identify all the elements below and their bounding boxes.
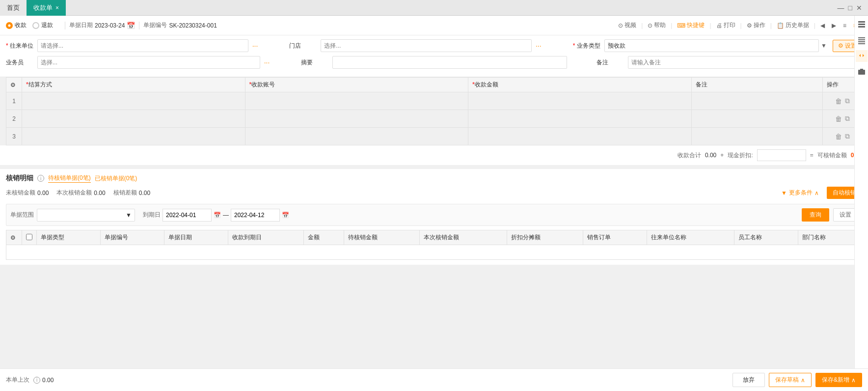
salesperson-more-btn[interactable]: ··· — [262, 58, 272, 66]
salesperson-input[interactable] — [37, 56, 260, 69]
footer-label: 本单上次 — [6, 376, 29, 384]
row1-settlement[interactable] — [22, 92, 245, 110]
row3-delete-icon[interactable]: 🗑 — [835, 133, 842, 140]
discount-input[interactable] — [757, 149, 806, 161]
save-draft-button[interactable]: 保存草稿 ∧ — [769, 373, 812, 387]
filter-date-field: 到期日 📅 — 📅 — [143, 209, 289, 222]
row3-account[interactable] — [245, 128, 468, 145]
sidebar-table-icon[interactable] — [856, 19, 868, 30]
svg-rect-9 — [860, 69, 863, 70]
abstract-input[interactable] — [332, 56, 567, 69]
action-list-view[interactable]: ≡ — [841, 21, 848, 30]
date-from-input[interactable] — [163, 209, 212, 222]
radio-refund[interactable]: 退款 — [32, 21, 53, 29]
row3-settlement[interactable] — [22, 128, 245, 145]
minimize-icon[interactable]: — — [838, 4, 844, 12]
business-type-select[interactable]: ▼ — [604, 39, 827, 52]
th-account-label: 收款账号 — [251, 81, 275, 88]
business-type-input[interactable] — [604, 39, 819, 52]
unchecked-label: 未核销金额 — [6, 189, 35, 197]
select-all-checkbox[interactable] — [26, 234, 32, 240]
gear-icon: ⚙ — [838, 42, 843, 49]
close-icon[interactable]: ✕ — [856, 4, 862, 12]
more-filter-btn[interactable]: ▼ 更多条件 ∧ — [781, 189, 819, 197]
stat-current: 本次核销金额 0.00 — [56, 189, 105, 197]
table-row: 2 🗑 ⧉ — [6, 110, 862, 128]
summary-row: 收款合计 0.00 + 现金折扣: = 可核销金额 0.00 — [0, 145, 868, 165]
row2-copy-icon[interactable]: ⧉ — [845, 114, 850, 123]
store-more-btn[interactable]: ··· — [534, 42, 543, 50]
row2-account[interactable] — [245, 110, 468, 128]
footer-info-icon[interactable]: i — [33, 377, 40, 384]
maximize-icon[interactable]: □ — [848, 4, 852, 12]
bth-current: 本次核销金额 — [420, 230, 507, 245]
radio-receive[interactable]: 收款 — [6, 21, 27, 29]
date-from-icon[interactable]: 📅 — [214, 212, 221, 219]
row3-remark[interactable] — [691, 128, 823, 145]
action-next[interactable]: ▶ — [830, 21, 838, 30]
date-to-icon[interactable]: 📅 — [282, 212, 289, 219]
row2-delete-icon[interactable]: 🗑 — [835, 115, 842, 123]
tab-close-icon[interactable]: × — [55, 4, 59, 11]
query-button[interactable]: 查询 — [802, 208, 829, 222]
sidebar-list-icon[interactable] — [856, 34, 868, 46]
svg-rect-3 — [858, 37, 865, 38]
tab-home[interactable]: 首页 — [0, 0, 27, 16]
number-value: SK-20230324-001 — [169, 22, 217, 29]
stat-diff: 核销差额 0.00 — [113, 189, 150, 197]
business-type-arrow[interactable]: ▼ — [821, 42, 827, 49]
history-label: 历史单据 — [786, 21, 809, 29]
row2-amount[interactable] — [468, 110, 692, 128]
svg-point-8 — [860, 71, 863, 74]
row2-remark[interactable] — [691, 110, 823, 128]
store-input[interactable] — [321, 39, 532, 52]
abandon-button[interactable]: 放弃 — [732, 373, 765, 387]
row3-amount[interactable] — [468, 128, 692, 145]
action-history[interactable]: 📋 历史单据 — [775, 20, 811, 30]
calendar-icon[interactable]: 📅 — [127, 22, 135, 29]
action-prev[interactable]: ◀ — [818, 21, 827, 30]
row3-copy-icon[interactable]: ⧉ — [845, 132, 850, 140]
tab-pending[interactable]: 待核销单据(0笔) — [48, 174, 91, 183]
row1-account[interactable] — [245, 92, 468, 110]
date-to-input[interactable] — [231, 209, 280, 222]
video-label: 视频 — [624, 21, 636, 29]
sidebar-camera-icon[interactable] — [856, 66, 868, 78]
table-row: 1 🗑 ⧉ — [6, 92, 862, 110]
help-icon: ⊙ — [648, 22, 652, 29]
action-print[interactable]: 🖨 打印 — [714, 20, 737, 30]
row1-amount[interactable] — [468, 92, 692, 110]
action-shortcut[interactable]: ⌨ 快捷键 — [675, 20, 706, 30]
row1-remark[interactable] — [691, 92, 823, 110]
tab-current-label: 收款单 — [33, 3, 53, 12]
bth-discount: 折扣分摊额 — [507, 230, 583, 245]
range-select[interactable]: ▼ — [37, 209, 135, 222]
field-counterparty: * 往来单位 ··· — [6, 39, 260, 52]
sidebar-link-icon[interactable] — [856, 50, 868, 62]
action-operations[interactable]: ⚙ 操作 — [745, 20, 767, 30]
operations-label: 操作 — [754, 21, 765, 29]
filter-range-field: 单据范围 ▼ — [10, 209, 135, 222]
save-new-button[interactable]: 保存&新增 ∧ — [815, 373, 862, 387]
row2-settlement[interactable] — [22, 110, 245, 128]
print-icon: 🖨 — [716, 22, 722, 29]
row1-delete-icon[interactable]: 🗑 — [835, 97, 842, 105]
th-remark: 备注 — [691, 78, 823, 92]
draft-arrow-icon: ∧ — [801, 377, 805, 384]
th-settlement: *结算方式 — [22, 78, 245, 92]
stats-row: 未核销金额 0.00 本次核销金额 0.00 核销差额 0.00 ▼ 更多条件 … — [6, 187, 862, 199]
remark-input[interactable] — [628, 56, 862, 69]
counterparty-input[interactable] — [37, 39, 248, 52]
tab-completed[interactable]: 已核销单据(0笔) — [95, 174, 137, 183]
action-video[interactable]: ⊙ 视频 — [616, 20, 638, 30]
save-arrow-icon: ∧ — [851, 377, 856, 384]
toolbar-actions: ⊙ 视频 | ⊙ 帮助 | ⌨ 快捷键 | 🖨 打印 | ⚙ 操作 | 📋 历史… — [616, 20, 862, 30]
bth-gear[interactable]: ⚙ — [6, 230, 22, 245]
th-gear[interactable]: ⚙ — [6, 78, 22, 92]
bth-amount: 金额 — [304, 230, 344, 245]
action-help[interactable]: ⊙ 帮助 — [646, 20, 668, 30]
tab-current[interactable]: 收款单 × — [27, 0, 66, 16]
counterparty-more-btn[interactable]: ··· — [250, 42, 260, 50]
row1-copy-icon[interactable]: ⧉ — [845, 97, 850, 105]
section-info-icon[interactable]: i — [37, 175, 44, 182]
